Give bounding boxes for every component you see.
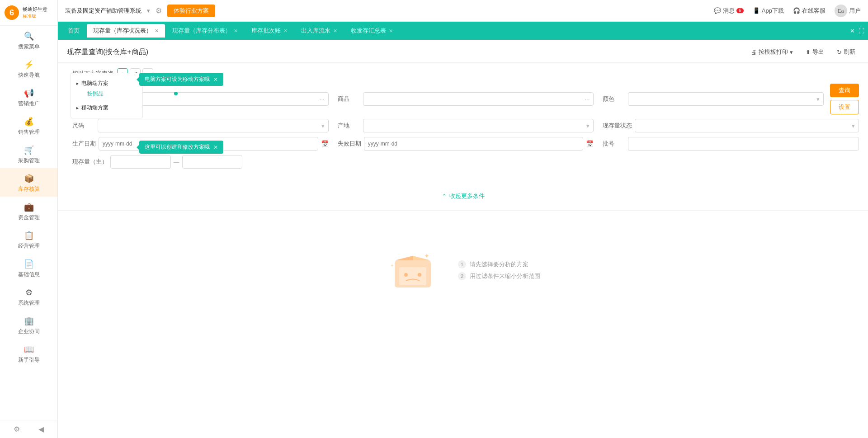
tab-stock-status[interactable]: 现存量（库存状况表） ✕: [87, 24, 165, 38]
size-select[interactable]: ▾: [98, 119, 329, 132]
batch-label: 批号: [603, 140, 625, 148]
filter-area: ▸ 电脑端方案 按照品 ▸ 移动端方案 电脑方案可设为移动方案哦: [58, 63, 868, 211]
empty-tip-1: 1 请先选择要分析的方案: [458, 260, 540, 268]
chevron-down-stock: ▾: [852, 122, 855, 129]
online-support-btn[interactable]: 🎧 在线客服: [793, 7, 826, 15]
stock-main-label: 现存量（主）: [72, 158, 108, 166]
sidebar-item-enterprise[interactable]: 🏢 企业协同: [0, 311, 57, 339]
stock-status-select[interactable]: ▾: [635, 119, 859, 132]
phone-icon: 📱: [753, 7, 760, 14]
empty-illustration: ✦ ✦: [386, 247, 440, 293]
dots-icon-warehouse: ···: [320, 96, 325, 103]
origin-select[interactable]: ▾: [363, 119, 594, 132]
scenario-item-pc-1[interactable]: 按照品: [76, 88, 137, 99]
operation-icon: 📋: [24, 231, 34, 240]
tab-inout-close[interactable]: ✕: [333, 28, 337, 34]
color-label: 颜色: [603, 95, 625, 103]
mobile-scenario-group[interactable]: ▸ 移动端方案: [76, 103, 137, 113]
sidebar-item-marketing[interactable]: 📢 营销推广: [0, 83, 57, 111]
sidebar-item-basic-info[interactable]: 📄 基础信息: [0, 254, 57, 282]
goods-label: 商品: [338, 95, 360, 103]
header-dropdown-icon[interactable]: ▾: [147, 7, 150, 14]
sidebar-item-operation[interactable]: 📋 经营管理: [0, 225, 57, 254]
guide-icon: 📖: [24, 344, 34, 354]
tab-collect-close[interactable]: ✕: [389, 28, 393, 34]
produce-date-label: 生产日期: [72, 140, 96, 148]
sidebar-item-sales[interactable]: 💰 销售管理: [0, 111, 57, 140]
sidebar-item-finance[interactable]: 💼 资金管理: [0, 197, 57, 225]
sidebar-item-inventory[interactable]: 📦 库存核算: [0, 168, 57, 197]
page-content: 现存量查询(按仓库+商品) 🖨 按模板打印 ▾ ⬆ 导出 ↻ 刷新: [58, 40, 868, 438]
collapse-btn[interactable]: ⌃ 收起更多条件: [67, 188, 859, 205]
dot-indicator: [174, 92, 178, 95]
tab-stock-status-close[interactable]: ✕: [155, 28, 159, 34]
expire-date-label: 失效日期: [338, 140, 361, 148]
stock-status-label: 现存量状态: [603, 122, 632, 130]
tab-inout-flow[interactable]: 出入库流水 ✕: [295, 24, 344, 38]
query-btn[interactable]: 查询: [830, 84, 859, 97]
export-btn[interactable]: ⬆ 导出: [802, 46, 828, 58]
sidebar-item-quick-nav[interactable]: ⚡ 快速导航: [0, 54, 57, 83]
stock-main-start[interactable]: [110, 155, 171, 169]
tab-collect[interactable]: 收发存汇总表 ✕: [344, 24, 399, 38]
svg-rect-1: [399, 267, 426, 285]
stock-main-end[interactable]: [182, 155, 243, 169]
svg-point-2: [404, 273, 408, 277]
user-label: 用户: [849, 7, 861, 15]
user-avatar-btn[interactable]: Ea 用户: [835, 5, 861, 17]
tab-batch-close[interactable]: ✕: [283, 28, 288, 34]
collapse-sidebar-icon[interactable]: ◀: [38, 425, 44, 433]
message-icon: 💬: [714, 7, 721, 14]
quick-nav-icon: ⚡: [24, 60, 34, 70]
calendar-icon-produce[interactable]: 📅: [321, 140, 329, 147]
scenario-tooltip: 电脑方案可设为移动方案哦 ✕: [139, 73, 223, 86]
logo-text: 畅通好生意: [23, 6, 47, 13]
goods-select[interactable]: ···: [363, 92, 594, 106]
tab-stock-dist[interactable]: 现存量（库存分布表） ✕: [166, 24, 244, 38]
create-tooltip-close[interactable]: ✕: [213, 144, 218, 151]
tab-stock-dist-close[interactable]: ✕: [234, 28, 238, 34]
expire-date-input[interactable]: [364, 137, 584, 151]
svg-point-3: [418, 273, 421, 277]
refresh-icon: ↻: [837, 49, 842, 56]
sidebar-item-guide[interactable]: 📖 新手引导: [0, 339, 57, 367]
tab-home[interactable]: 首页: [61, 24, 86, 38]
settings-icon[interactable]: ⚙: [14, 425, 20, 433]
scenario-tooltip-close[interactable]: ✕: [213, 76, 218, 83]
sidebar-item-system[interactable]: ⚙ 系统管理: [0, 282, 57, 311]
message-btn[interactable]: 💬 消息 6: [714, 7, 744, 15]
calendar-icon-expire[interactable]: 📅: [586, 140, 594, 147]
sidebar-item-purchase[interactable]: 🛒 采购管理: [0, 140, 57, 168]
chevron-down-size: ▾: [321, 122, 325, 129]
print-btn[interactable]: 🖨 按模板打印 ▾: [747, 46, 797, 58]
system-icon: ⚙: [25, 287, 33, 297]
reset-btn[interactable]: 设置: [830, 100, 859, 114]
purchase-icon: 🛒: [24, 145, 34, 155]
scenario-panel: ▸ 电脑端方案 按照品 ▸ 移动端方案: [71, 73, 143, 118]
enterprise-icon: 🏢: [24, 316, 34, 326]
chevron-down-icon: ▸: [76, 81, 79, 86]
headset-icon: 🎧: [793, 7, 800, 14]
main-area: 装备及固定资产辅助管理系统 ▾ ⚙ 体验行业方案 💬 消息 6 📱 App下载 …: [58, 0, 868, 438]
pc-scenario-group[interactable]: ▸ 电脑端方案: [76, 79, 137, 88]
marketing-icon: 📢: [24, 88, 34, 98]
color-select[interactable]: ▾: [628, 92, 824, 106]
app-download-btn[interactable]: 📱 App下载: [753, 7, 784, 15]
tab-close-all-icon[interactable]: ✕: [850, 28, 855, 34]
tab-batch[interactable]: 库存批次账 ✕: [245, 24, 294, 38]
origin-label: 产地: [338, 122, 360, 130]
search-menu-icon: 🔍: [24, 31, 34, 41]
tab-fullscreen-icon[interactable]: ⛶: [859, 28, 864, 34]
header-gear-icon[interactable]: ⚙: [156, 6, 162, 15]
refresh-btn[interactable]: ↻ 刷新: [833, 46, 859, 58]
inventory-icon: 📦: [24, 174, 34, 184]
sidebar-logo: 6 畅通好生意 标准版: [0, 0, 57, 26]
batch-input[interactable]: [628, 137, 859, 151]
sidebar-item-search-menu[interactable]: 🔍 搜索菜单: [0, 26, 57, 54]
industry-btn[interactable]: 体验行业方案: [167, 5, 215, 17]
sales-icon: 💰: [24, 117, 34, 127]
basic-info-icon: 📄: [24, 259, 34, 269]
size-label: 尺码: [72, 122, 95, 130]
page-header: 现存量查询(按仓库+商品) 🖨 按模板打印 ▾ ⬆ 导出 ↻ 刷新: [58, 40, 868, 63]
sidebar-menu: 🔍 搜索菜单 ⚡ 快速导航 📢 营销推广 💰 销售管理 🛒 采购管理 📦 库存核…: [0, 26, 57, 420]
